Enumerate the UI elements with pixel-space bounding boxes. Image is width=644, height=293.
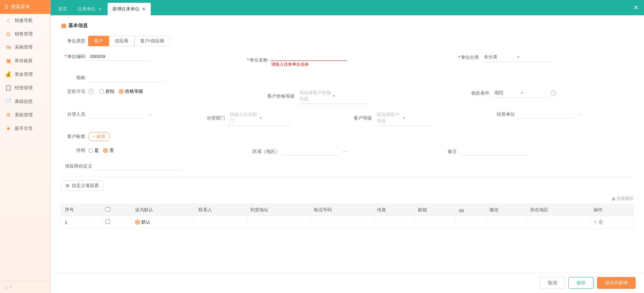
search-icon: ☰ (4, 4, 9, 10)
unit-name-input[interactable] (270, 52, 347, 61)
manager-input[interactable] (88, 110, 144, 119)
unit-code-label: *单位编码 (61, 54, 85, 60)
sidebar-item-sales[interactable]: ◎销售管理 (0, 27, 50, 41)
payment-terms-select[interactable]: 现结 ▾ (492, 88, 548, 98)
delete-row-icon[interactable]: 🗑 (598, 219, 604, 225)
tab-bar: 首页往来单位✕新增往来单位✕ ✕ (50, 0, 644, 15)
main-area: 首页往来单位✕新增往来单位✕ ✕ ▣ 基本信息 单位类型 客户供应商客户/供应商… (50, 0, 644, 293)
chevron-down-icon: ▾ (333, 93, 365, 98)
unit-category-label: *单位分类 (455, 54, 479, 60)
sidebar-item-finance[interactable]: 💰资金管理 (0, 67, 50, 81)
sidebar-item-basic[interactable]: 📄基础信息 (0, 95, 50, 108)
payment-help-icon[interactable]: ? (551, 90, 556, 96)
purchase-icon: 🛍 (5, 44, 12, 50)
dept-select[interactable]: 请输入分管部门 ▾ (228, 110, 290, 126)
default-radio[interactable] (135, 220, 140, 225)
chevron-down-icon: ▾ (517, 55, 549, 59)
unit-name-wrap: 请输入往来单位名称 (270, 52, 347, 67)
table-header-cell: 电话号码 (310, 204, 374, 216)
sound-icon: ♪ (9, 285, 11, 290)
cancel-button[interactable]: 取消 (540, 277, 565, 289)
sidebar-item-inventory[interactable]: ▣库存核算 (0, 54, 50, 67)
table-header-cell: 到货地址 (247, 204, 310, 216)
settlement-more-icon[interactable]: ··· (576, 111, 583, 117)
batch-delete-label[interactable]: 批量删除 (617, 196, 634, 202)
sidebar-item-label: 快捷导航 (15, 17, 33, 24)
footer: 取消 保存 保存并新增 (50, 272, 644, 293)
settlement-input[interactable] (518, 110, 573, 119)
sidebar-item-operation[interactable]: 📋经营管理 (0, 81, 50, 95)
pricing-price-level-radio[interactable]: 价格等级 (119, 88, 143, 95)
manager-more-icon[interactable]: ··· (147, 111, 154, 117)
short-name-row: 简称 (61, 74, 634, 82)
unit-category-select[interactable]: 未分类 ▾ (482, 52, 551, 62)
sidebar-item-label: 库存核算 (15, 58, 33, 64)
custom-settings-button[interactable]: ⚙ 自定义项设置 (61, 180, 103, 191)
settlement-field: 结算单位 ··· (490, 110, 634, 119)
tab-close-icon[interactable]: ✕ (98, 6, 102, 12)
add-tag-button[interactable]: + 标签 (88, 132, 110, 141)
short-name-input[interactable] (88, 74, 165, 82)
add-row-icon[interactable]: + (594, 219, 597, 225)
table-cell (374, 216, 414, 228)
sidebar-item-label: 系统管理 (15, 112, 33, 118)
save-button[interactable]: 保存 (568, 277, 594, 289)
customer-level-field: 客户等级 请选择客户等级 ▾ (347, 110, 490, 126)
sidebar-item-purchase[interactable]: 🛍采购管理 (0, 41, 50, 54)
unit-type-supplier-button[interactable]: 供应商 (109, 36, 134, 46)
region-more-icon[interactable]: ··· (341, 148, 348, 155)
select-all-checkbox[interactable] (105, 207, 110, 212)
tab-home[interactable]: 首页 (53, 3, 72, 15)
supplier-custom-input[interactable] (95, 162, 182, 170)
tab-partners[interactable]: 往来单位✕ (73, 3, 107, 15)
quick-nav-icon: ⌂ (5, 17, 12, 24)
guide-icon: ★ (5, 125, 12, 132)
region-input[interactable] (282, 147, 338, 156)
table-cell: + 🗑 (590, 216, 634, 228)
radio-dot (103, 148, 108, 153)
region-label: 区域（地区） (252, 148, 280, 155)
radio-dot (119, 89, 124, 94)
supplier-custom-label: 供应商自定义 (61, 163, 92, 169)
sidebar-item-guide[interactable]: ★新手引导 (0, 122, 50, 135)
unit-name-error: 请输入往来单位名称 (271, 62, 347, 67)
tag-field: 客户标签 + 标签 (61, 132, 634, 141)
table-cell (486, 216, 527, 228)
window-close-icon[interactable]: ✕ (630, 4, 641, 11)
table-header-cell (102, 204, 132, 216)
operation-icon: 📋 (5, 84, 12, 91)
tab-close-icon[interactable]: ✕ (142, 6, 146, 12)
tab-new-partner[interactable]: 新增往来单位✕ (108, 3, 151, 15)
search-menu[interactable]: ☰ 搜索菜单 (0, 0, 50, 14)
customer-level-select[interactable]: 请选择客户等级 ▾ (375, 110, 430, 126)
save-new-button[interactable]: 保存并新增 (597, 277, 636, 289)
settings-icon: ⚙ (65, 183, 70, 188)
unit-info-row: *单位编码 *单位名称 请输入往来单位名称 *单位分类 未分类 (61, 52, 634, 67)
disabled-no-radio[interactable]: 否 (103, 147, 114, 154)
pricing-help-icon[interactable]: ? (88, 89, 94, 94)
sidebar-item-system[interactable]: ⚙系统管理 (0, 108, 50, 122)
table-header-cell: 所在地区 (527, 204, 590, 216)
dept-label: 分管部门 (204, 115, 225, 121)
table-header-cell: 传真 (374, 204, 414, 216)
remark-input[interactable] (460, 147, 529, 156)
customer-price-select[interactable]: 请选择客户价格等级 ▾ (297, 88, 367, 104)
settlement-label: 结算单位 (490, 111, 515, 117)
table-row: 1默认+ 🗑 (61, 216, 634, 228)
region-field: 区域（地区） ··· (252, 147, 442, 156)
pricing-field: 定价方法 ? 折扣价格等级 (61, 88, 263, 95)
dept-field: 分管部门 请输入分管部门 ▾ (204, 110, 347, 126)
payment-terms-label: 收款条件 (465, 90, 489, 96)
supplier-custom-field: 供应商自定义 (61, 162, 634, 170)
row-checkbox[interactable] (105, 219, 110, 224)
disabled-yes-radio[interactable]: 是 (88, 147, 99, 154)
tab-label: 往来单位 (78, 6, 96, 12)
unit-type-both-button[interactable]: 客户/供应商 (134, 36, 170, 46)
table-cell (310, 216, 374, 228)
sidebar-item-quick-nav[interactable]: ⌂快捷导航 (0, 14, 50, 27)
system-icon: ⚙ (5, 112, 12, 118)
table-header-cell: 微信 (486, 204, 527, 216)
unit-code-input[interactable] (88, 52, 151, 61)
unit-type-customer-button[interactable]: 客户 (88, 36, 109, 46)
pricing-discount-radio[interactable]: 折扣 (99, 88, 115, 95)
